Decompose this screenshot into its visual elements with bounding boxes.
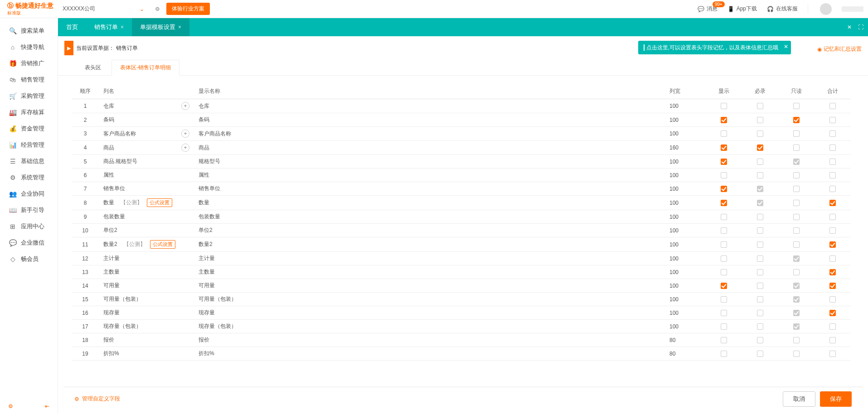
cancel-button[interactable]: 取消 bbox=[783, 391, 815, 407]
fullscreen-icon[interactable]: ⛶ bbox=[858, 24, 863, 30]
checkbox[interactable] bbox=[721, 269, 727, 275]
checkbox[interactable] bbox=[721, 130, 727, 137]
width-cell[interactable] bbox=[665, 333, 706, 347]
avatar[interactable] bbox=[820, 3, 832, 15]
width-input[interactable] bbox=[669, 172, 692, 178]
checkbox[interactable] bbox=[829, 200, 836, 206]
width-cell[interactable] bbox=[665, 293, 706, 306]
width-cell[interactable] bbox=[665, 224, 706, 237]
width-cell[interactable] bbox=[665, 210, 706, 224]
formula-link[interactable]: 公式设置 bbox=[150, 240, 175, 249]
checkbox[interactable] bbox=[757, 323, 763, 330]
width-cell[interactable] bbox=[665, 252, 706, 265]
sidebar-item[interactable]: ⊞应用中心 bbox=[0, 218, 58, 235]
width-cell[interactable] bbox=[665, 113, 706, 127]
manage-custom-fields-link[interactable]: ⚙ 管理自定义字段 bbox=[74, 395, 120, 403]
checkbox[interactable] bbox=[757, 144, 763, 151]
display-cell[interactable]: 客户商品名称 bbox=[194, 127, 665, 141]
checkbox[interactable] bbox=[829, 117, 836, 123]
checkbox[interactable] bbox=[721, 255, 727, 262]
checkbox[interactable] bbox=[829, 337, 836, 343]
app-download-link[interactable]: 📱 App下载 bbox=[727, 5, 757, 13]
subtab[interactable]: 表头区 bbox=[76, 60, 110, 75]
sidebar-item[interactable]: 🔍搜索菜单 bbox=[0, 23, 58, 39]
tab[interactable]: 销售订单× bbox=[86, 18, 132, 36]
checkbox[interactable] bbox=[721, 227, 727, 234]
width-cell[interactable] bbox=[665, 237, 706, 252]
checkbox[interactable] bbox=[757, 255, 763, 262]
checkbox[interactable] bbox=[721, 200, 727, 206]
close-all-icon[interactable]: ✕ bbox=[847, 24, 852, 30]
width-input[interactable] bbox=[669, 200, 692, 206]
display-cell[interactable]: 属性 bbox=[194, 168, 665, 182]
checkbox[interactable] bbox=[829, 255, 836, 262]
checkbox[interactable] bbox=[721, 214, 727, 220]
checkbox[interactable] bbox=[793, 186, 800, 192]
width-input[interactable] bbox=[669, 117, 692, 123]
sidebar-item[interactable]: 🏭库存核算 bbox=[0, 104, 58, 120]
width-input[interactable] bbox=[669, 144, 692, 151]
display-cell[interactable]: 数量2 bbox=[194, 237, 665, 252]
display-cell[interactable]: 规格型号 bbox=[194, 155, 665, 168]
checkbox[interactable] bbox=[721, 159, 727, 165]
col-show[interactable]: 显示 bbox=[706, 84, 742, 99]
display-cell[interactable]: 现存量（包装） bbox=[194, 320, 665, 333]
width-input[interactable] bbox=[669, 159, 692, 165]
checkbox[interactable] bbox=[793, 269, 800, 275]
col-readonly[interactable]: 只读 bbox=[778, 84, 815, 99]
display-cell[interactable]: 销售单位 bbox=[194, 182, 665, 196]
checkbox[interactable] bbox=[829, 296, 836, 303]
support-link[interactable]: 🎧 在线客服 bbox=[767, 5, 798, 13]
col-display[interactable]: 显示名称 bbox=[194, 84, 665, 99]
checkbox[interactable] bbox=[793, 200, 800, 206]
sidebar-item[interactable]: 📖新手引导 bbox=[0, 202, 58, 218]
tab[interactable]: 单据模板设置× bbox=[132, 18, 189, 36]
width-input[interactable] bbox=[669, 323, 692, 330]
tab[interactable]: 首页 bbox=[58, 18, 86, 36]
width-input[interactable] bbox=[669, 337, 692, 343]
width-input[interactable] bbox=[669, 351, 692, 357]
checkbox[interactable] bbox=[757, 269, 763, 275]
display-cell[interactable]: 可用量（包装） bbox=[194, 293, 665, 306]
checkbox[interactable] bbox=[757, 117, 763, 123]
checkbox[interactable] bbox=[757, 172, 763, 178]
formula-link[interactable]: 公式设置 bbox=[147, 198, 172, 207]
width-cell[interactable] bbox=[665, 347, 706, 361]
add-button[interactable]: + bbox=[181, 130, 189, 138]
col-width[interactable]: 列宽 bbox=[665, 84, 706, 99]
sidebar-item[interactable]: 🛒采购管理 bbox=[0, 88, 58, 104]
checkbox[interactable] bbox=[829, 227, 836, 234]
checkbox[interactable] bbox=[829, 159, 836, 165]
close-tab-icon[interactable]: × bbox=[178, 24, 181, 30]
checkbox[interactable] bbox=[829, 172, 836, 178]
sidebar-item[interactable]: ◇畅会员 bbox=[0, 251, 58, 267]
col-required[interactable]: 必录 bbox=[742, 84, 778, 99]
display-cell[interactable]: 现存量 bbox=[194, 306, 665, 320]
checkbox[interactable] bbox=[829, 351, 836, 357]
checkbox[interactable] bbox=[793, 117, 800, 123]
width-cell[interactable] bbox=[665, 168, 706, 182]
width-input[interactable] bbox=[669, 310, 692, 316]
save-button[interactable]: 保存 bbox=[820, 391, 852, 407]
checkbox[interactable] bbox=[829, 283, 836, 289]
sidebar-item[interactable]: ☰基础信息 bbox=[0, 153, 58, 169]
sidebar-item[interactable]: ⌂快捷导航 bbox=[0, 39, 58, 55]
gear-icon[interactable]: ⚙ bbox=[155, 6, 160, 12]
checkbox[interactable] bbox=[721, 283, 727, 289]
width-cell[interactable] bbox=[665, 320, 706, 333]
messages-link[interactable]: 💬 消息 99+ bbox=[698, 5, 718, 13]
trial-button[interactable]: 体验行业方案 bbox=[166, 3, 210, 15]
display-cell[interactable]: 仓库 bbox=[194, 99, 665, 113]
sidebar-item[interactable]: 📊经营管理 bbox=[0, 137, 58, 153]
checkbox[interactable] bbox=[793, 227, 800, 234]
width-input[interactable] bbox=[669, 296, 692, 303]
checkbox[interactable] bbox=[829, 144, 836, 151]
checkbox[interactable] bbox=[829, 214, 836, 220]
checkbox[interactable] bbox=[757, 227, 763, 234]
add-button[interactable]: + bbox=[181, 144, 189, 152]
checkbox[interactable] bbox=[793, 214, 800, 220]
width-input[interactable] bbox=[669, 227, 692, 234]
checkbox[interactable] bbox=[829, 323, 836, 330]
display-cell[interactable]: 商品 bbox=[194, 141, 665, 155]
display-cell[interactable]: 数量 bbox=[194, 196, 665, 210]
